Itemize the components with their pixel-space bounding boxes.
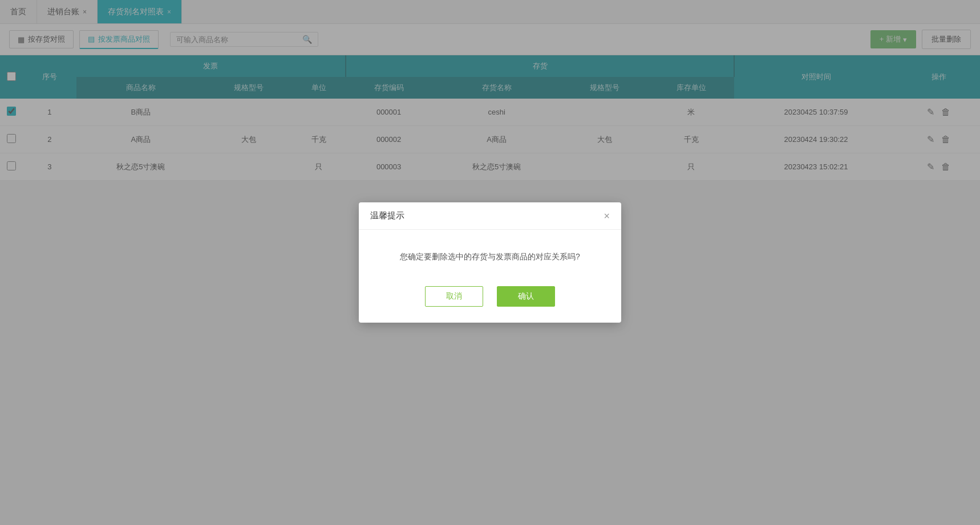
modal-overlay: 温馨提示 × 您确定要删除选中的存货与发票商品的对应关系吗? 取消 确认 [0, 0, 980, 181]
